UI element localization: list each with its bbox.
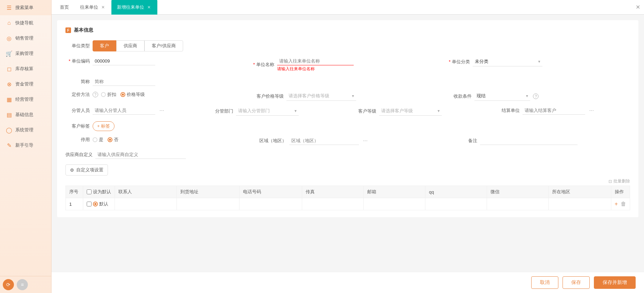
save-button[interactable]: 保存: [563, 276, 590, 289]
tab-home[interactable]: 首页: [54, 0, 74, 15]
sidebar-bottom: ⟳ ≡: [0, 276, 51, 293]
customer-price-level-select[interactable]: 请选择客户价格等级 ▾: [286, 91, 356, 101]
sidebar-bottom-btn-2[interactable]: ≡: [17, 279, 28, 290]
unit-code-label: 单位编码: [65, 58, 90, 64]
sidebar-item-basic-info[interactable]: ▤ 基础信息: [0, 107, 51, 122]
unit-name-input[interactable]: [277, 57, 354, 65]
abbr-input[interactable]: [93, 78, 155, 86]
abbr-label: 简称: [65, 79, 90, 85]
disabled-radio-group: 是 否: [93, 137, 118, 143]
tab-partners-close[interactable]: ✕: [100, 5, 106, 10]
disabled-yes-radio[interactable]: 是: [93, 137, 103, 143]
contact-input[interactable]: [118, 202, 173, 207]
col-wechat: 微信: [487, 186, 548, 198]
tab-new-partner-close[interactable]: ✕: [146, 5, 152, 10]
beginner-icon: ✎: [6, 142, 13, 149]
phone-input[interactable]: [243, 202, 298, 207]
disabled-field: 停用 是 否: [65, 137, 243, 143]
contacts-table: 序号 设为默认 联系人 到货地址 电话号码 传真 邮箱 qq: [65, 186, 630, 210]
settlement-unit-input[interactable]: [523, 106, 585, 115]
unit-category-select[interactable]: 未分类 ▾: [473, 57, 542, 66]
col-email: 邮箱: [364, 186, 425, 198]
disabled-region-row: 停用 是 否 区域（地区） ···: [65, 137, 630, 145]
tab-new-partner[interactable]: 新增往来单位 ✕: [111, 0, 157, 15]
customer-level-select[interactable]: 请选择客户等级 ▾: [379, 106, 442, 116]
sidebar-item-label: 快捷导航: [15, 20, 33, 26]
pricing-discount-label: 折扣: [107, 91, 116, 98]
disabled-no-radio[interactable]: 否: [108, 137, 118, 143]
cancel-button[interactable]: 取消: [531, 276, 558, 289]
unit-code-input[interactable]: [93, 57, 155, 65]
pricing-method-radio-group: 折扣 价格等级: [101, 91, 145, 98]
department-select[interactable]: 请输入分管部门 ▾: [236, 106, 299, 116]
region-label: 区域（地区）: [259, 138, 286, 144]
unit-category-chevron-icon: ▾: [538, 59, 540, 64]
sidebar-item-finance[interactable]: ⊗ 资金管理: [0, 76, 51, 92]
settlement-unit-dots-btn[interactable]: ···: [588, 107, 595, 114]
cell-wechat[interactable]: [487, 198, 548, 210]
sidebar-item-label: 新手引导: [15, 142, 33, 148]
wechat-input[interactable]: [490, 202, 545, 207]
sidebar-item-sales[interactable]: ◎ 销售管理: [0, 31, 51, 46]
col-contact: 联系人: [115, 186, 177, 198]
unit-name-error: 请输入往来单位名称: [277, 66, 354, 72]
custom-settings-button[interactable]: ⚙ 自定义项设置: [65, 164, 108, 176]
cell-phone[interactable]: [239, 198, 302, 210]
window-close-button[interactable]: ✕: [634, 4, 641, 11]
qq-input[interactable]: [429, 202, 483, 207]
payment-terms-select[interactable]: 现结 ▾: [474, 91, 530, 101]
sidebar-item-label: 系统管理: [15, 127, 33, 133]
sidebar-item-system[interactable]: ◯ 系统管理: [0, 122, 51, 138]
supplier-custom-field: 供应商自定义: [65, 150, 630, 159]
sidebar-item-quick-nav[interactable]: ⌂ 快捷导航: [0, 15, 51, 31]
remark-input[interactable]: [480, 137, 578, 145]
email-input[interactable]: [367, 202, 422, 207]
supplier-custom-input[interactable]: [95, 150, 186, 159]
pricing-method-help-icon[interactable]: ?: [93, 92, 98, 97]
add-tag-label: + 标签: [97, 123, 110, 129]
cell-region[interactable]: [548, 198, 611, 210]
add-tag-button[interactable]: + 标签: [93, 121, 115, 131]
unit-type-customer-btn[interactable]: 客户: [93, 40, 116, 51]
sidebar-item-beginner[interactable]: ✎ 新手引导: [0, 138, 51, 153]
delete-row-btn[interactable]: 🗑: [621, 201, 626, 207]
add-row-btn[interactable]: +: [615, 201, 618, 207]
department-placeholder: 请输入分管部门: [238, 108, 270, 114]
default-radio[interactable]: 默认: [93, 201, 108, 207]
payment-terms-help-icon[interactable]: ?: [533, 93, 539, 99]
cell-actions: + 🗑: [611, 198, 630, 210]
region-input[interactable]: [289, 137, 359, 145]
content-area: F 基本信息 单位类型 客户 供应商 客户/供应商 单位编码: [52, 15, 644, 272]
cell-address[interactable]: [177, 198, 239, 210]
cell-qq[interactable]: [425, 198, 487, 210]
batch-delete-btn[interactable]: ⊡ 批量删除: [65, 178, 630, 184]
row-checkbox[interactable]: [87, 202, 92, 206]
tab-partners[interactable]: 往来单位 ✕: [74, 0, 111, 15]
sidebar-item-purchase[interactable]: 🛒 采购管理: [0, 46, 51, 61]
footer: 取消 保存 保存并新增: [52, 272, 644, 293]
cell-email[interactable]: [364, 198, 425, 210]
purchase-icon: 🛒: [6, 50, 13, 57]
unit-category-field: 单位分类 未分类 ▾: [446, 57, 630, 66]
pricing-level-radio[interactable]: 价格等级: [120, 91, 145, 98]
save-new-button[interactable]: 保存并新增: [594, 276, 636, 289]
row-region-input[interactable]: [552, 202, 607, 207]
unit-type-both-btn[interactable]: 客户/供应商: [144, 40, 183, 51]
unit-category-value: 未分类: [475, 58, 488, 65]
sidebar-bottom-btn-1[interactable]: ⟳: [3, 279, 14, 290]
sidebar-item-inventory[interactable]: ◻ 库存核算: [0, 61, 51, 76]
manager-dots-btn[interactable]: ···: [158, 107, 165, 114]
address-input[interactable]: [180, 202, 236, 207]
batch-delete-label: 批量删除: [613, 178, 630, 184]
pricing-discount-radio[interactable]: 折扣: [101, 91, 116, 98]
region-dots-btn[interactable]: ···: [362, 138, 369, 144]
col-actions: 操作: [611, 186, 630, 198]
cell-contact[interactable]: [115, 198, 177, 210]
fax-input[interactable]: [306, 202, 360, 207]
unit-type-supplier-btn[interactable]: 供应商: [116, 40, 144, 51]
sidebar-item-operations[interactable]: ▦ 经营管理: [0, 92, 51, 107]
select-all-checkbox[interactable]: [87, 189, 92, 194]
cell-fax[interactable]: [302, 198, 363, 210]
sidebar-item-search[interactable]: ☰ 搜索菜单: [0, 0, 51, 15]
manager-input[interactable]: [93, 106, 155, 115]
